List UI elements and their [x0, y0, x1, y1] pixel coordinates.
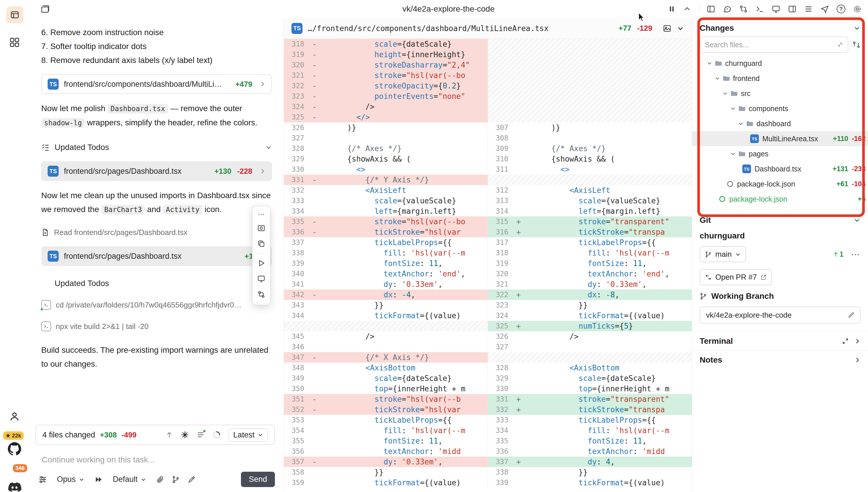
- diff-line[interactable]: 315+ stroke="transparent": [488, 216, 692, 227]
- message-input[interactable]: [41, 455, 275, 465]
- diff-line[interactable]: 323- pointerEvents="none": [284, 91, 488, 101]
- copy-icon[interactable]: [253, 236, 270, 251]
- diff-line[interactable]: 330 <>: [284, 164, 488, 175]
- updated-todos-row[interactable]: Updated Todos: [41, 141, 272, 154]
- diff-line[interactable]: 326 )}: [284, 122, 488, 133]
- more-options-icon[interactable]: [253, 208, 270, 220]
- diff-line[interactable]: 350 top={innerHeight + m: [284, 384, 488, 394]
- diff-line[interactable]: 326 />: [488, 331, 692, 342]
- diff-line[interactable]: 328 <AxisBottom: [488, 363, 692, 373]
- diff-line[interactable]: 335 fontSize: 11,: [488, 436, 692, 446]
- mode-dropdown[interactable]: Default: [111, 473, 149, 486]
- tree-file-row[interactable]: TSMultiLineArea.tsx+110-162: [692, 131, 868, 146]
- diff-line[interactable]: 337+ dy: 4,: [488, 457, 692, 467]
- branch-selector[interactable]: main: [700, 246, 746, 262]
- diff-line[interactable]: 351- stroke="hsl(var(--b: [284, 394, 488, 404]
- sliders-icon[interactable]: [38, 475, 47, 484]
- attachment-icon[interactable]: [156, 475, 164, 484]
- diff-line[interactable]: 322- strokeOpacity={0.2}: [284, 81, 488, 91]
- diff-line[interactable]: 355 fontSize: 11,: [284, 436, 488, 446]
- collapse-file-icon[interactable]: [677, 25, 684, 32]
- diff-line[interactable]: 341 dy: '0.33em',: [284, 279, 488, 290]
- file-change-card[interactable]: TS frontend/src/pages/Dashboard.tsx +130…: [41, 161, 272, 181]
- collapse-tree-icon[interactable]: [837, 41, 844, 48]
- diff-line[interactable]: 338 fill: 'hsl(var(--m: [284, 248, 488, 258]
- account-icon[interactable]: [9, 411, 20, 422]
- menu-icon[interactable]: [804, 5, 813, 13]
- diff-line[interactable]: 334 fill: 'hsl(var(--m: [488, 425, 692, 436]
- diff-line[interactable]: 322+ dx: -8,: [488, 290, 692, 300]
- read-file-row[interactable]: Read frontend/src/pages/Dashboard.tsx: [41, 225, 272, 239]
- diff-line[interactable]: 325- </>: [284, 112, 488, 122]
- tree-file-row[interactable]: TSDashboard.tsx+131-233: [692, 161, 868, 176]
- diff-line[interactable]: 324- />: [284, 101, 488, 112]
- diff-line[interactable]: 338 }}: [488, 467, 692, 477]
- diff-line[interactable]: 323 }}: [488, 300, 692, 311]
- pause-icon[interactable]: [668, 5, 676, 13]
- diff-line[interactable]: 358 }}: [284, 467, 488, 477]
- working-branch-input[interactable]: [705, 311, 844, 320]
- tree-folder-row[interactable]: pages: [692, 146, 868, 161]
- right-panel-icon[interactable]: [788, 5, 797, 13]
- updated-todos-row[interactable]: Updated Todos: [41, 276, 272, 290]
- chevron-down-icon[interactable]: [853, 217, 861, 224]
- diff-line[interactable]: 307 )}: [488, 122, 692, 133]
- diff-line[interactable]: 339 fontSize: 11,: [284, 258, 488, 269]
- diff-line[interactable]: 311 <>: [488, 164, 692, 175]
- tree-file-row[interactable]: package-lock.json+6: [692, 192, 868, 206]
- fast-forward-icon[interactable]: [94, 475, 103, 484]
- todo-status-icon[interactable]: [196, 431, 205, 439]
- discord-icon[interactable]: [7, 482, 22, 492]
- diff-line[interactable]: 335- stroke="hsl(var(--bo: [284, 216, 488, 227]
- tree-folder-row[interactable]: components: [692, 101, 868, 116]
- file-change-card[interactable]: TS frontend/src/pages/Dashboard.tsx +1 -…: [41, 246, 272, 266]
- diff-line[interactable]: 324 tickFormat={(value): [488, 311, 692, 321]
- diff-line[interactable]: 354 fill: 'hsl(var(--m: [284, 425, 488, 436]
- diff-line[interactable]: 328 {/* Axes */}: [284, 143, 488, 154]
- diff-line[interactable]: 353 tickLabelProps={{: [284, 415, 488, 425]
- tree-folder-row[interactable]: frontend: [692, 71, 868, 86]
- branch-icon[interactable]: [172, 475, 180, 484]
- git-more-icon[interactable]: ⋯: [851, 249, 861, 259]
- discord-count-badge[interactable]: 346: [13, 464, 27, 472]
- chevron-right-icon[interactable]: [259, 168, 266, 174]
- present-icon[interactable]: [253, 271, 270, 287]
- gear-icon[interactable]: [853, 5, 862, 13]
- tree-folder-row[interactable]: src: [692, 86, 868, 101]
- chevron-down-icon[interactable]: [738, 121, 744, 126]
- tree-folder-row[interactable]: dashboard: [692, 116, 868, 131]
- diff-line[interactable]: 336 textAnchor: 'midd: [488, 446, 692, 457]
- changes-section-header[interactable]: Changes: [700, 18, 861, 34]
- model-dropdown[interactable]: Opus: [54, 473, 87, 486]
- run-icon[interactable]: [253, 255, 270, 271]
- file-change-card[interactable]: TS frontend/src/components/dashboard/Mul…: [41, 74, 272, 94]
- diff-line[interactable]: 352- tickStroke="hsl(var: [284, 404, 488, 415]
- diff-line[interactable]: 332+ tickStroke="transpa: [488, 404, 692, 415]
- chevron-right-icon[interactable]: [854, 357, 861, 363]
- chevron-down-icon[interactable]: [265, 144, 272, 151]
- monitor-icon[interactable]: [772, 5, 780, 13]
- github-stars-badge[interactable]: ★ 22k: [3, 432, 24, 440]
- diff-line[interactable]: 340 textAnchor: 'end',: [284, 269, 488, 279]
- diff-line[interactable]: 327: [488, 342, 692, 352]
- diff-line[interactable]: 317 tickLabelProps={{: [488, 237, 692, 248]
- workspace-tab-active[interactable]: [6, 6, 23, 23]
- share-icon[interactable]: [820, 5, 829, 13]
- diff-line[interactable]: 318 fill: 'hsl(var(--m: [488, 248, 692, 258]
- compare-changes-icon[interactable]: [852, 41, 861, 49]
- diff-line[interactable]: 337 tickLabelProps={{: [284, 237, 488, 248]
- diff-line[interactable]: 325+ numTicks={5}: [488, 321, 692, 331]
- diff-line[interactable]: 331+ stroke="transparent": [488, 394, 692, 404]
- help-icon[interactable]: ?: [837, 5, 845, 13]
- grid-apps-icon[interactable]: [9, 36, 20, 48]
- diff-line[interactable]: 357- dy: '0.33em',: [284, 457, 488, 467]
- diff-line[interactable]: 334 left={margin.left}: [284, 206, 488, 216]
- diff-line[interactable]: 316+ tickStroke="transpa: [488, 227, 692, 237]
- diff-line[interactable]: 321 dy: '0.33em',: [488, 279, 692, 290]
- diff-line[interactable]: 319- height={innerHeight}: [284, 49, 488, 60]
- diff-line[interactable]: 356 textAnchor: 'midd: [284, 446, 488, 457]
- diff-line[interactable]: 308: [488, 133, 692, 143]
- pen-icon[interactable]: [188, 475, 196, 484]
- diff-line[interactable]: 330 top={innerHeight + m: [488, 384, 692, 394]
- version-dropdown[interactable]: Latest: [229, 428, 268, 442]
